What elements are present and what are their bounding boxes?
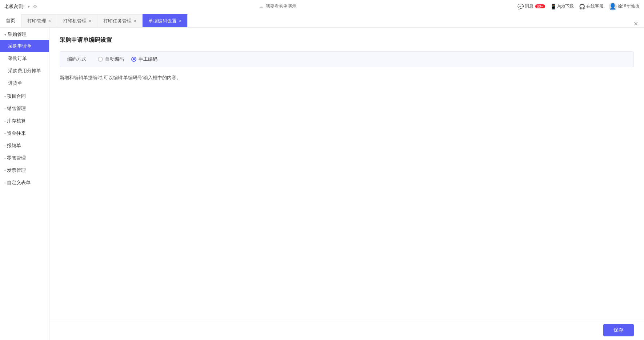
app-title: 老板勿割! [4, 3, 25, 10]
sidebar-item-purchase-order[interactable]: 采购订单 [0, 52, 49, 65]
inventory-group-arrow: › [3, 120, 7, 121]
tab-print-management-close[interactable]: × [48, 19, 51, 24]
sidebar-group-custom-form-title[interactable]: › 自定义表单 [0, 176, 49, 188]
sidebar-item-purchase-expense[interactable]: 采购费用分摊单 [0, 65, 49, 77]
custom-form-group-arrow: › [3, 182, 7, 183]
tab-bar: 首页 打印管理 × 打印机管理 × 打印任务管理 × 单据编码设置 × ✕ [0, 13, 644, 28]
sidebar-group-funds-title[interactable]: › 资金往来 [0, 126, 49, 139]
settings-icon[interactable]: ⚙ [33, 4, 37, 9]
tab-home-label: 首页 [6, 17, 15, 24]
sidebar-item-purchase-request[interactable]: 采购申请单 [0, 40, 49, 52]
tab-print-management-label: 打印管理 [27, 18, 46, 24]
sidebar-group-invoice-title[interactable]: › 发票管理 [0, 163, 49, 176]
sales-group-arrow: › [3, 108, 7, 109]
sidebar-group-inventory: › 库存核算 [0, 114, 49, 126]
returns-group-arrow: › [3, 145, 7, 146]
tab-barcode-setting-label: 单据编码设置 [148, 18, 177, 24]
top-bar-right: 💬 消息 99+ 📱 App下载 🎧 在线客服 👤 徐泽华修改 [517, 3, 640, 11]
sidebar-item-purchase-expense-label: 采购费用分摊单 [8, 68, 41, 73]
radio-auto-circle [98, 57, 103, 62]
user-name: 徐泽华修改 [618, 3, 640, 9]
sidebar-group-invoice: › 发票管理 [0, 163, 49, 176]
encoding-row: 编码方式 自动编码 手工编码 [60, 51, 634, 67]
invoice-group-arrow: › [3, 170, 7, 171]
tab-printer-management-close[interactable]: × [89, 19, 91, 24]
funds-group-label: 资金往来 [7, 130, 26, 137]
message-label: 消息 [525, 3, 533, 9]
custom-form-group-label: 自定义表单 [7, 179, 31, 186]
hint-text: 新增和编辑单据编时,可以编辑'单编码号'输入框中的内容。 [60, 74, 634, 81]
project-group-label: 项目合同 [7, 93, 26, 100]
online-service-button[interactable]: 🎧 在线客服 [579, 3, 604, 9]
funds-group-arrow: › [3, 133, 7, 134]
bottom-bar: 保存 [49, 320, 644, 340]
retail-group-label: 零售管理 [7, 155, 26, 161]
app-download-label: App下载 [557, 3, 574, 9]
sidebar-group-sales-title[interactable]: › 销售管理 [0, 102, 49, 114]
tab-print-management[interactable]: 打印管理 × [21, 14, 57, 27]
radio-manual[interactable]: 手工编码 [131, 56, 157, 62]
sales-group-label: 销售管理 [7, 105, 26, 112]
content-inner: 采购申请单编码设置 编码方式 自动编码 手工编码 新增和编辑单据编时,可以编辑'… [49, 28, 644, 320]
tab-print-task-close[interactable]: × [134, 19, 136, 24]
sidebar-item-stock-in-label: 进货单 [8, 80, 22, 86]
sidebar-group-purchase: ▾ 采购管理 采购申请单 采购订单 采购费用分摊单 进货单 [0, 28, 49, 89]
inventory-group-label: 库存核算 [7, 118, 26, 124]
top-bar-left: 老板勿割! ▾ ⚙ [4, 3, 37, 10]
sidebar-group-project: › 项目合同 [0, 89, 49, 102]
retail-group-arrow: › [3, 157, 7, 158]
tab-bar-close-button[interactable]: ✕ [633, 20, 638, 27]
app-download-button[interactable]: 📱 App下载 [550, 3, 574, 9]
tab-barcode-setting-close[interactable]: × [179, 19, 181, 24]
main-layout: ▾ 采购管理 采购申请单 采购订单 采购费用分摊单 进货单 › 项目合同 [0, 28, 644, 340]
tab-home[interactable]: 首页 [0, 14, 21, 27]
online-service-label: 在线客服 [586, 3, 604, 9]
radio-auto[interactable]: 自动编码 [98, 56, 124, 62]
tab-print-task[interactable]: 打印任务管理 × [97, 14, 143, 27]
sidebar: ▾ 采购管理 采购申请单 采购订单 采购费用分摊单 进货单 › 项目合同 [0, 28, 49, 340]
sidebar-group-retail-title[interactable]: › 零售管理 [0, 151, 49, 163]
purchase-group-label: 采购管理 [8, 31, 27, 38]
top-bar-center: ☁ 我要看实例演示 [259, 3, 296, 9]
radio-manual-circle [131, 57, 136, 62]
sidebar-group-inventory-title[interactable]: › 库存核算 [0, 114, 49, 126]
radio-auto-label: 自动编码 [105, 56, 124, 62]
sidebar-item-purchase-request-label: 采购申请单 [8, 43, 32, 49]
message-button[interactable]: 💬 消息 99+ [517, 3, 545, 9]
returns-group-label: 报销单 [7, 142, 21, 149]
radio-manual-label: 手工编码 [139, 56, 157, 62]
top-bar: 老板勿割! ▾ ⚙ ☁ 我要看实例演示 💬 消息 99+ 📱 App下载 🎧 在… [0, 0, 644, 13]
radio-group: 自动编码 手工编码 [98, 56, 157, 62]
content-area: 采购申请单编码设置 编码方式 自动编码 手工编码 新增和编辑单据编时,可以编辑'… [49, 28, 644, 340]
invoice-group-label: 发票管理 [7, 167, 26, 174]
encoding-label: 编码方式 [67, 56, 89, 62]
sidebar-group-returns: › 报销单 [0, 139, 49, 151]
purchase-group-arrow: ▾ [4, 33, 6, 37]
message-badge: 99+ [535, 4, 545, 8]
sidebar-group-sales: › 销售管理 [0, 102, 49, 114]
save-button[interactable]: 保存 [603, 324, 634, 336]
sidebar-group-retail: › 零售管理 [0, 151, 49, 163]
sidebar-item-stock-in[interactable]: 进货单 [0, 77, 49, 89]
page-title: 采购申请单编码设置 [60, 36, 634, 44]
tab-print-task-label: 打印任务管理 [103, 18, 132, 24]
tab-printer-management-label: 打印机管理 [63, 18, 87, 24]
user-avatar-area[interactable]: 👤 徐泽华修改 [609, 3, 640, 11]
project-group-arrow: › [3, 96, 7, 97]
dropdown-icon[interactable]: ▾ [28, 4, 30, 9]
sidebar-group-custom-form: › 自定义表单 [0, 176, 49, 188]
sidebar-group-funds: › 资金往来 [0, 126, 49, 139]
sidebar-item-purchase-order-label: 采购订单 [8, 56, 27, 61]
tab-printer-management[interactable]: 打印机管理 × [57, 14, 97, 27]
sidebar-group-project-title[interactable]: › 项目合同 [0, 89, 49, 102]
demo-text[interactable]: 我要看实例演示 [266, 3, 296, 9]
sidebar-group-returns-title[interactable]: › 报销单 [0, 139, 49, 151]
tab-barcode-setting[interactable]: 单据编码设置 × [143, 14, 188, 27]
sidebar-group-purchase-title[interactable]: ▾ 采购管理 [0, 28, 49, 40]
